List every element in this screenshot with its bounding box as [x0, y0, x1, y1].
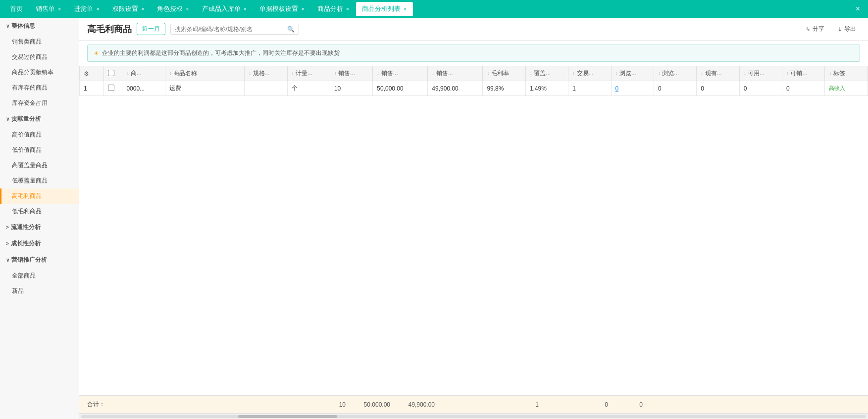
close-window-button[interactable]: × [852, 4, 864, 13]
table-col-header-12[interactable]: ↕ 浏览... [611, 66, 654, 81]
sidebar-item-有库存的商品[interactable]: 有库存的商品 [0, 80, 79, 95]
share-icon: ↳ [806, 26, 811, 33]
gear-icon[interactable]: ⚙ [84, 70, 89, 77]
sidebar-item-库存资金占用[interactable]: 库存资金占用 [0, 95, 79, 111]
row-coverage: 1.49% [525, 81, 568, 96]
col-sort-icon: ↕ [701, 71, 703, 76]
nav-item-单据模板设置[interactable]: 单据模板设置× [254, 2, 310, 16]
sidebar-item-高覆盖量商品[interactable]: 高覆盖量商品 [0, 158, 79, 173]
sidebar-item-低价值商品[interactable]: 低价值商品 [0, 142, 79, 158]
footer-stock-current: 0 [612, 401, 647, 408]
nav-item-产成品入库单[interactable]: 产成品入库单× [196, 2, 253, 16]
table-col-header-2[interactable]: ↕ 商... [122, 66, 165, 81]
col-sort-icon: ↕ [292, 71, 294, 76]
nav-item-销售单[interactable]: 销售单× [30, 2, 67, 16]
sidebar-item-商品分贡献销率[interactable]: 商品分贡献销率 [0, 65, 79, 80]
filter-recent-month-button[interactable]: 近一月 [137, 23, 165, 35]
nav-close-icon[interactable]: × [404, 6, 407, 12]
sidebar-group-header-贡献量分析[interactable]: ∨贡献量分析 [0, 111, 79, 127]
select-all-checkbox[interactable] [108, 70, 114, 76]
nav-close-icon[interactable]: × [301, 6, 304, 12]
table-col-header-11[interactable]: ↕ 交易... [568, 66, 611, 81]
row-tag: 高收入 [825, 81, 868, 96]
nav-close-icon[interactable]: × [186, 6, 189, 12]
sidebar-group-label: 整体信息 [11, 22, 35, 30]
table-col-header-16[interactable]: ↕ 可销... [782, 66, 825, 81]
nav-item-商品分析[interactable]: 商品分析× [311, 2, 355, 16]
sidebar-group-header-成长性分析[interactable]: >成长性分析 [0, 235, 79, 252]
table-col-header-4[interactable]: ↕ 规格... [245, 66, 287, 81]
col-sort-icon: ↕ [658, 71, 661, 76]
col-sort-icon: ↕ [615, 71, 618, 76]
sidebar-item-高价值商品[interactable]: 高价值商品 [0, 127, 79, 142]
content-area: 高毛利商品 近一月 🔍 ↳ 分享 ⇣ 导出 ☀ 企业的主要的利润都是这部分商品创… [79, 18, 868, 419]
table-col-header-0[interactable]: ⚙ [80, 66, 104, 81]
table-col-header-17[interactable]: ↕ 标签 [825, 66, 868, 81]
col-sort-icon: ↕ [530, 71, 532, 76]
row-name: 运费 [165, 81, 244, 96]
table-col-header-9[interactable]: ↕ 毛利率 [483, 66, 525, 81]
sidebar-item-交易过的商品[interactable]: 交易过的商品 [0, 49, 79, 65]
sidebar-group: ∨整体信息销售类商品交易过的商品商品分贡献销率有库存的商品库存资金占用 [0, 18, 79, 111]
table-col-header-1[interactable] [104, 66, 122, 81]
col-sort-icon: ↕ [432, 71, 434, 76]
table-col-header-5[interactable]: ↕ 计量... [287, 66, 330, 81]
row-browse2: 0 [654, 81, 696, 96]
sidebar-group-header-整体信息[interactable]: ∨整体信息 [0, 18, 79, 34]
sidebar-group-header-营销推广分析[interactable]: ∨营销推广分析 [0, 252, 79, 268]
bottom-scrollbar[interactable] [79, 413, 868, 419]
table-col-header-7[interactable]: ↕ 销售... [373, 66, 428, 81]
nav-close-icon[interactable]: × [96, 6, 99, 12]
row-select-checkbox[interactable] [108, 85, 114, 91]
nav-item-权限设置[interactable]: 权限设置× [106, 2, 150, 16]
col-sort-icon: ↕ [572, 71, 575, 76]
nav-close-icon[interactable]: × [244, 6, 247, 12]
sidebar-group-arrow-icon: > [6, 241, 9, 246]
sidebar-group-label: 贡献量分析 [11, 115, 41, 123]
col-sort-icon: ↕ [786, 71, 789, 76]
footer-sale3: 49,900.00 [394, 401, 439, 408]
table-col-header-15[interactable]: ↕ 可用... [739, 66, 782, 81]
row-transaction: 1 [568, 81, 611, 96]
sidebar-item-低毛利商品[interactable]: 低毛利商品 [0, 204, 79, 219]
sidebar-group: ∨营销推广分析全部商品新品 [0, 252, 79, 299]
sidebar-item-销售类商品[interactable]: 销售类商品 [0, 34, 79, 49]
export-icon: ⇣ [837, 26, 842, 33]
browse-link[interactable]: 0 [615, 85, 619, 92]
sidebar-item-高毛利商品[interactable]: 高毛利商品 [0, 188, 79, 204]
nav-item-商品分析列表[interactable]: 商品分析列表× [356, 2, 412, 16]
row-checkbox[interactable] [104, 81, 122, 96]
nav-close-icon[interactable]: × [346, 6, 349, 12]
sidebar-item-新品[interactable]: 新品 [0, 283, 79, 299]
sidebar-group-arrow-icon: ∨ [6, 23, 9, 29]
nav-item-进货单[interactable]: 进货单× [68, 2, 105, 16]
row-sale1: 10 [330, 81, 372, 96]
table-col-header-13[interactable]: ↕ 浏览... [654, 66, 696, 81]
table-col-header-3[interactable]: ↕ 商品名称 [165, 66, 244, 81]
sidebar-group-label: 营销推广分析 [11, 256, 47, 264]
scrollbar-thumb[interactable] [238, 415, 337, 418]
table-col-header-6[interactable]: ↕ 销售... [330, 66, 372, 81]
nav-item-首页[interactable]: 首页 [4, 2, 29, 16]
nav-item-角色授权[interactable]: 角色授权× [151, 2, 195, 16]
export-button[interactable]: ⇣ 导出 [833, 23, 860, 35]
sidebar-item-低覆盖量商品[interactable]: 低覆盖量商品 [0, 173, 79, 188]
table-col-header-14[interactable]: ↕ 现有... [697, 66, 739, 81]
search-icon[interactable]: 🔍 [287, 26, 295, 33]
sidebar-collapse-button[interactable]: « [79, 209, 79, 229]
search-input[interactable] [175, 26, 284, 33]
col-sort-icon: ↕ [126, 71, 129, 76]
row-unit: 个 [287, 81, 330, 96]
col-sort-icon: ↕ [829, 71, 831, 76]
sidebar-group-arrow-icon: ∨ [6, 257, 9, 263]
table-col-header-8[interactable]: ↕ 销售... [428, 66, 483, 81]
nav-close-icon[interactable]: × [58, 6, 61, 12]
row-sale2: 50,000.00 [373, 81, 428, 96]
share-button[interactable]: ↳ 分享 [802, 23, 828, 35]
data-table: ⚙↕ 商...↕ 商品名称↕ 规格...↕ 计量...↕ 销售...↕ 销售..… [79, 66, 868, 96]
sidebar-item-全部商品[interactable]: 全部商品 [0, 268, 79, 283]
row-browse1[interactable]: 0 [611, 81, 654, 96]
sidebar-group-header-流通性分析[interactable]: >流通性分析 [0, 219, 79, 235]
nav-close-icon[interactable]: × [141, 6, 144, 12]
table-col-header-10[interactable]: ↕ 覆盖... [525, 66, 568, 81]
